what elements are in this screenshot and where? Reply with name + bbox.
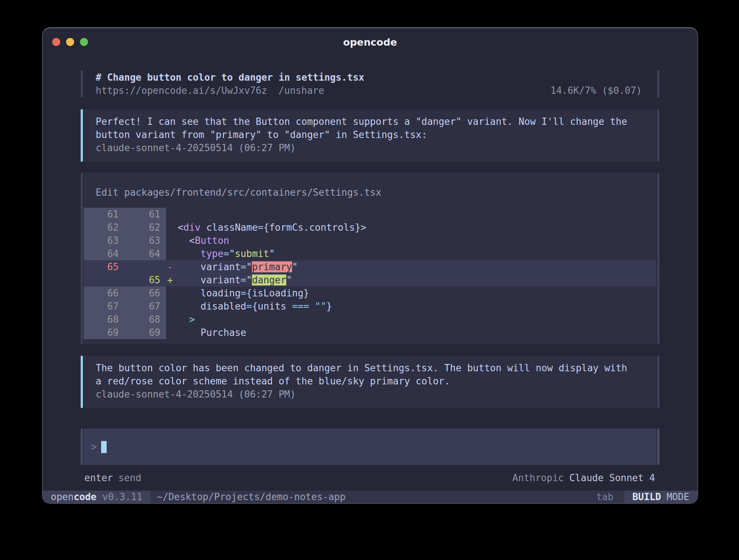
message-accent-bar	[81, 109, 83, 162]
assistant-message: The button color has been changed to dan…	[81, 356, 659, 408]
build-mode-chip: BUILDMODE	[624, 491, 697, 503]
message-text-line: The button color has been changed to dan…	[96, 361, 642, 375]
diff-change-marker	[166, 287, 172, 300]
message-text-line: a red/rose color scheme instead of the b…	[96, 375, 642, 388]
diff-row: 6767 disabled={units === ""}	[84, 300, 656, 313]
diff-code-line: loading={isLoading}	[172, 287, 656, 300]
message-model-meta: claude-sonnet-4-20250514 (06:27 PM)	[96, 141, 642, 154]
message-accent-bar	[81, 356, 83, 408]
app-version: v0.3.11	[102, 491, 142, 502]
diff-gutter: 6262	[84, 221, 166, 234]
diff-code-line: disabled={units === ""}	[172, 300, 656, 313]
session-title: # Change button color to danger in setti…	[96, 71, 642, 84]
diff-old-lineno: 68	[84, 313, 119, 326]
diff-change-marker	[166, 221, 172, 234]
message-model-meta: claude-sonnet-4-20250514 (06:27 PM)	[96, 388, 642, 401]
diff-row: 6363 <Button	[84, 234, 656, 247]
diff-code-line: <div className={formCs.controls}>	[172, 221, 656, 234]
enter-key-hint: enter	[84, 471, 113, 484]
diff-code-line: >	[172, 313, 656, 326]
edit-tool-header: Edit packages/frontend/src/containers/Se…	[84, 186, 656, 199]
diff-gutter: 6969	[84, 326, 166, 339]
input-right-border	[657, 429, 659, 465]
diff-new-lineno: 65	[119, 273, 160, 287]
provider-label: Anthropic	[512, 471, 564, 484]
diff-gutter: 65	[84, 260, 166, 273]
diff-new-lineno	[119, 260, 160, 273]
mode-name-bold: BUILD	[632, 491, 661, 502]
diff-row: 6262 <div className={formCs.controls}>	[84, 221, 656, 234]
app-version-chip: opencodev0.3.11	[43, 491, 150, 503]
diff-code-line: variant="primary"	[172, 260, 656, 273]
diff-row: 65- variant="primary"	[84, 260, 656, 273]
share-url: https://opencode.ai/s/UwJxv76z	[96, 84, 267, 97]
tab-key-hint: tab	[596, 491, 613, 503]
diff-old-lineno: 66	[84, 287, 119, 300]
diff-change-marker	[166, 326, 172, 339]
opencode-terminal-window: opencode # Change button color to danger…	[42, 27, 698, 504]
diff-row: 6868 >	[84, 313, 656, 326]
model-label: Claude Sonnet 4	[569, 471, 655, 484]
terminal-content: # Change button color to danger in setti…	[43, 54, 697, 491]
diff-gutter: 65	[84, 273, 166, 287]
diff-change-marker	[166, 300, 172, 313]
titlebar: opencode	[43, 28, 697, 54]
session-header-right-border	[657, 70, 659, 98]
message-text-line: button variant from "primary" to "danger…	[96, 128, 642, 141]
diff-row: 6666 loading={isLoading}	[84, 287, 656, 300]
diff-row: 6161	[84, 208, 656, 221]
diff-row: 6969 Purchase	[84, 326, 656, 339]
diff-code-line: type="submit"	[172, 247, 656, 260]
edit-left-border	[81, 173, 83, 344]
diff-code-line	[172, 208, 656, 221]
diff-gutter: 6363	[84, 234, 166, 247]
diff-gutter: 6767	[84, 300, 166, 313]
diff-row: 6464 type="submit"	[84, 247, 656, 260]
diff-rows: 61616262 <div className={formCs.controls…	[84, 208, 656, 339]
status-bar: opencodev0.3.11 ~/Desktop/Projects/demo-…	[43, 491, 697, 503]
working-directory: ~/Desktop/Projects/demo-notes-app	[157, 491, 346, 503]
hint-row: enter send Anthropic Claude Sonnet 4	[81, 471, 659, 484]
diff-old-lineno: 63	[84, 234, 119, 247]
prompt-input-block: >	[81, 429, 659, 465]
diff-new-lineno: 62	[119, 221, 160, 234]
app-name-regular: open	[51, 491, 74, 502]
diff-new-lineno: 64	[119, 247, 160, 260]
diff-new-lineno: 69	[119, 326, 160, 339]
context-stats: 14.6K/7% ($0.07)	[551, 84, 642, 97]
assistant-message: Perfect! I can see that the Button compo…	[81, 109, 659, 162]
diff-old-lineno: 67	[84, 300, 119, 313]
app-name-bold: code	[74, 491, 97, 502]
edit-right-border	[657, 173, 659, 344]
diff-old-lineno: 65	[84, 260, 119, 273]
diff-change-marker: -	[166, 260, 172, 273]
message-right-border	[657, 109, 659, 162]
message-right-border	[657, 356, 659, 408]
text-cursor	[101, 441, 107, 453]
diff-gutter: 6464	[84, 247, 166, 260]
session-header-left-border	[81, 70, 83, 98]
diff-new-lineno: 66	[119, 287, 160, 300]
diff-change-marker: +	[166, 273, 172, 287]
diff-code-line: variant="danger"	[172, 273, 656, 287]
prompt-input[interactable]: >	[84, 429, 656, 465]
diff-change-marker	[166, 313, 172, 326]
screen: { "window": { "title": "opencode" }, "se…	[0, 0, 739, 560]
diff-row: 65+ variant="danger"	[84, 273, 656, 287]
diff-old-lineno: 61	[84, 208, 119, 221]
diff-change-marker	[166, 234, 172, 247]
diff-new-lineno: 63	[119, 234, 160, 247]
diff-code-line: <Button	[172, 234, 656, 247]
diff-gutter: 6161	[84, 208, 166, 221]
window-title: opencode	[43, 37, 697, 48]
diff-old-lineno: 69	[84, 326, 119, 339]
edit-tool-block: Edit packages/frontend/src/containers/Se…	[81, 173, 659, 344]
diff-old-lineno	[84, 273, 119, 287]
send-hint-label: send	[118, 471, 141, 484]
message-text-line: Perfect! I can see that the Button compo…	[96, 115, 642, 128]
prompt-symbol: >	[91, 441, 97, 452]
session-header: # Change button color to danger in setti…	[81, 70, 659, 98]
diff-new-lineno: 68	[119, 313, 160, 326]
unshare-command: /unshare	[279, 84, 324, 97]
diff-new-lineno: 67	[119, 300, 160, 313]
